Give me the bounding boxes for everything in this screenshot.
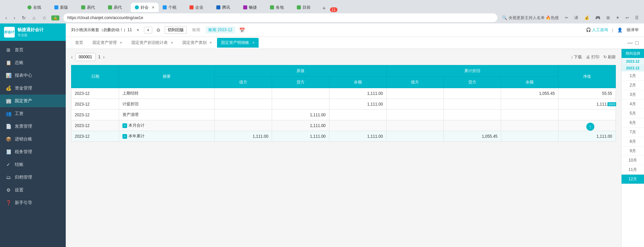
cell-orig-balance	[329, 110, 386, 120]
address-bar-input[interactable]	[63, 13, 498, 22]
period-month-11[interactable]: 11月	[622, 165, 644, 175]
sidebar-item-closing[interactable]: ✓ 结账	[0, 158, 66, 171]
cell-orig-credit: 1,111.00	[272, 120, 329, 131]
cell-accum-balance	[501, 131, 558, 142]
bookmark-button[interactable]: ☆	[40, 14, 49, 21]
cell-accum-balance	[501, 120, 558, 131]
minimize-window-button[interactable]: —	[627, 40, 633, 46]
calendar-button[interactable]: 📅	[239, 27, 245, 33]
record-number-input[interactable]	[75, 53, 96, 61]
sidebar-label-report: 报表中心	[15, 72, 32, 78]
sidebar-item-guide[interactable]: ❓ 新手引导	[0, 196, 66, 209]
sidebar-item-archive[interactable]: 🗂 归档管理	[0, 171, 66, 184]
sidebar-item-salary[interactable]: 👥 工资	[0, 107, 66, 120]
grid-button[interactable]: ⊞	[604, 15, 612, 21]
browser-tab-geshui[interactable]: 个税	[159, 3, 185, 12]
tab-favicon	[216, 5, 220, 9]
browser-tab-yidai1[interactable]: 易代	[77, 3, 104, 12]
period-month-10[interactable]: 10月	[622, 156, 644, 165]
prev-record-button[interactable]: ‹	[71, 54, 73, 60]
wallet-button[interactable]: 💰	[582, 15, 591, 21]
period-month-1[interactable]: 1月	[622, 71, 644, 81]
app-name: 畅捷通好会计	[17, 27, 44, 33]
customer-service-button[interactable]: 🎧 人工咨询	[586, 27, 608, 33]
sidebar: 好会计 畅捷通好会计 专业版 ⊞ 首页 📋 总账 📊 报表中心 💰 资金管理	[0, 23, 66, 247]
refresh-button[interactable]: ↻	[20, 14, 28, 21]
translate-button[interactable]: 译	[572, 14, 580, 21]
sidebar-item-settings[interactable]: ⚙ 设置	[0, 184, 66, 196]
period-month-9[interactable]: 9月	[622, 146, 644, 156]
browser-tab-muqian[interactable]: 目前	[293, 3, 320, 12]
ledger-icon: 📋	[5, 60, 11, 66]
theme-button[interactable]: ☀	[614, 15, 622, 21]
browser-tab-changjie[interactable]: 畅捷	[239, 3, 266, 12]
browser-tab-yidai2[interactable]: 易代	[104, 3, 131, 12]
home-button[interactable]: ⌂	[31, 14, 37, 21]
th-original-value: 原值	[215, 65, 386, 77]
undo-button[interactable]: ↩	[624, 15, 631, 21]
tab-depreciation-stats[interactable]: 固定资产折旧统计表 ×	[127, 38, 177, 48]
cell-accum-debit	[386, 88, 444, 99]
period-year-active[interactable]: 2023.12	[622, 65, 644, 71]
sidebar-item-ledger[interactable]: 📋 总账	[0, 56, 66, 69]
header-right: 🎧 人工咨询 | 👤 徐泽华	[586, 27, 639, 33]
tab-fixed-assets-mgmt[interactable]: 固定资产管理 ×	[89, 38, 126, 48]
sidebar-item-assets[interactable]: 🏢 固定资产	[0, 95, 66, 107]
tab-home[interactable]: 首页	[71, 38, 87, 48]
sidebar-item-report[interactable]: 📊 报表中心	[0, 69, 66, 82]
dropdown-arrow[interactable]: ▼	[136, 28, 140, 33]
cut-button[interactable]: ✂	[563, 15, 570, 21]
menu-button[interactable]: ☰	[633, 15, 641, 21]
print-button[interactable]: 🖨 打印	[586, 54, 599, 60]
tab-label: 个税	[168, 5, 176, 10]
sidebar-item-tax[interactable]: 🧾 税务管理	[0, 145, 66, 158]
period-month-6[interactable]: 6月	[622, 118, 644, 128]
tab-asset-category-close[interactable]: ×	[210, 41, 212, 45]
browser-tab-haokuai[interactable]: 好会 ✕	[131, 3, 159, 12]
back-button[interactable]: ‹	[3, 14, 9, 21]
sidebar-item-invoice[interactable]: 📄 发票管理	[0, 120, 66, 133]
search-button[interactable]: 🔍 央视更新主持人名单 🔥热搜	[500, 14, 561, 21]
tab-depreciation-stats-close[interactable]: ×	[171, 41, 173, 45]
scroll-up-button[interactable]: ↑	[586, 123, 594, 131]
tab-asset-category[interactable]: 固定资产类别 ×	[178, 38, 216, 48]
tab-asset-detail[interactable]: 固定资产明细账 ×	[217, 38, 259, 48]
period-month-4[interactable]: 4月	[622, 100, 644, 109]
add-account-button[interactable]: +	[144, 27, 152, 34]
tab-label: 畅捷	[249, 5, 257, 10]
game-button[interactable]: 🎮	[593, 15, 602, 21]
forward-button[interactable]: ›	[12, 14, 17, 21]
switch-version-button[interactable]: 切到旧版	[165, 26, 187, 34]
period-month-7[interactable]: 7月	[622, 128, 644, 137]
sidebar-label-closing: 结账	[15, 162, 23, 168]
sidebar-item-funds[interactable]: 💰 资金管理	[0, 82, 66, 95]
tab-close-icon[interactable]: ✕	[152, 5, 155, 10]
sidebar-item-inventory[interactable]: 📦 进销台账	[0, 133, 66, 145]
browser-tab-qiye[interactable]: 企业	[185, 3, 212, 12]
download-button[interactable]: ↓ 下载	[571, 54, 582, 60]
browser-tab-tengxun[interactable]: 腾讯	[212, 3, 239, 12]
period-month-5[interactable]: 5月	[622, 109, 644, 118]
app-logo: 好会计	[4, 27, 15, 38]
maximize-window-button[interactable]: □	[635, 40, 639, 46]
tab-asset-detail-close[interactable]: ×	[253, 41, 255, 45]
cell-net-value: 1,111.00 2023	[558, 99, 616, 110]
sidebar-nav: ⊞ 首页 📋 总账 📊 报表中心 💰 资金管理 🏢 固定资产 👥 工资	[0, 41, 66, 247]
cell-accum-credit	[444, 99, 501, 110]
browser-tab-gedi[interactable]: 各地	[266, 3, 293, 12]
period-month-2[interactable]: 2月	[622, 81, 644, 90]
inventory-icon: 📦	[5, 136, 11, 142]
next-record-button[interactable]: ›	[103, 54, 105, 60]
period-month-3[interactable]: 3月	[622, 90, 644, 100]
period-year-2023[interactable]: 2023.12	[622, 58, 644, 65]
tab-fixed-assets-mgmt-close[interactable]: ×	[120, 41, 122, 45]
new-tab-button[interactable]: +	[320, 5, 329, 12]
settings-small-button[interactable]: ⚙	[156, 27, 161, 33]
browser-tab-online[interactable]: 在线	[23, 3, 50, 12]
period-month-8[interactable]: 8月	[622, 137, 644, 146]
sidebar-label-settings: 设置	[15, 187, 23, 193]
refresh-data-button[interactable]: ↻ 刷新	[603, 54, 616, 60]
sidebar-item-home[interactable]: ⊞ 首页	[0, 44, 66, 56]
period-month-12[interactable]: 12月	[622, 175, 644, 184]
browser-tab-new[interactable]: 新版	[50, 3, 77, 12]
